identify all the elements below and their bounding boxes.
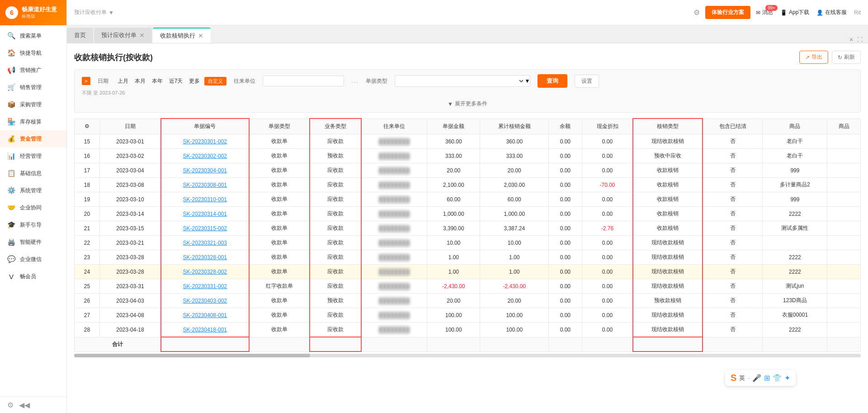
cell-verify-type: 收款核销 bbox=[633, 163, 702, 178]
cell-cash-discount: 0.00 bbox=[582, 294, 633, 308]
voucher-no-link[interactable]: SK-20230403-002 bbox=[183, 298, 227, 304]
voucher-no-link[interactable]: SK-20230315-002 bbox=[183, 225, 227, 232]
cell-include-settled: 否 bbox=[703, 178, 763, 192]
voucher-no-link[interactable]: SK-20230321-003 bbox=[183, 240, 227, 246]
sidebar-item-basic[interactable]: 📋 基础信息 bbox=[0, 165, 66, 182]
cell-goods: 测试多属性 bbox=[763, 221, 827, 236]
sidebar-item-business[interactable]: 📊 经营管理 bbox=[0, 147, 66, 165]
topbar-gear-icon[interactable]: ⚙ bbox=[693, 8, 700, 17]
voucher-no-link[interactable]: SK-20230328-002 bbox=[183, 269, 227, 275]
tab-receivable[interactable]: 预计应收付单 ✕ bbox=[94, 28, 152, 43]
filter-expand-button[interactable]: » bbox=[82, 77, 90, 85]
voucher-no-link[interactable]: SK-20230310-001 bbox=[183, 196, 227, 203]
sidebar-search-icon: 🔍 bbox=[7, 32, 15, 40]
tab-receivable-close-icon[interactable]: ✕ bbox=[139, 32, 145, 39]
cell-cash-discount: 0.00 bbox=[582, 323, 633, 337]
voucher-no-link[interactable]: SK-20230418-001 bbox=[183, 327, 227, 333]
cell-voucher-type: 收款单 bbox=[249, 149, 310, 163]
cell-biz-type: 应收款 bbox=[310, 265, 361, 279]
cell-partner: ████████ bbox=[361, 134, 427, 149]
voucher-no-link[interactable]: SK-20230304-001 bbox=[183, 167, 227, 174]
filter-date-custom[interactable]: 自定义 bbox=[204, 77, 226, 85]
cell-amount: 10.00 bbox=[427, 236, 480, 250]
voucher-no-link[interactable]: SK-20230302-002 bbox=[183, 153, 227, 159]
cell-no: 20 bbox=[75, 207, 100, 221]
filter-voucher-type-select[interactable] bbox=[395, 76, 524, 86]
voucher-no-link[interactable]: SK-20230331-002 bbox=[183, 283, 227, 290]
filter-date-label: 日期 bbox=[98, 77, 108, 85]
cell-goods2 bbox=[827, 308, 861, 323]
table-scrollbar-thumb[interactable] bbox=[74, 354, 310, 357]
filter-bar: » 日期 上月 本月 本年 近7天 更多 自定义 往来单位 ... 单据类型 bbox=[74, 69, 861, 113]
industry-solution-button[interactable]: 体验行业方案 bbox=[705, 6, 750, 19]
cell-goods: 老白干 bbox=[763, 134, 827, 149]
export-button[interactable]: ↗ 导出 bbox=[799, 51, 828, 64]
sidebar-item-member[interactable]: V 畅会员 bbox=[0, 268, 66, 285]
sidebar-item-sales[interactable]: 🛒 销售管理 bbox=[0, 79, 66, 96]
cell-amount: 20.00 bbox=[427, 294, 480, 308]
star-icon: ✦ bbox=[784, 374, 790, 382]
sidebar-item-marketing[interactable]: 📢 营销推广 bbox=[0, 62, 66, 79]
sidebar-item-search[interactable]: 🔍 搜索菜单 bbox=[0, 27, 66, 44]
sidebar-item-finance[interactable]: 💰 资金管理 bbox=[0, 130, 66, 147]
page-header: 收款核销执行(按收款) ↗ 导出 ↻ 刷新 bbox=[74, 51, 861, 64]
filter-partner-input[interactable] bbox=[263, 76, 344, 86]
refresh-button[interactable]: ↻ 刷新 bbox=[832, 51, 861, 64]
cell-voucher-type: 收款单 bbox=[249, 178, 310, 192]
query-button[interactable]: 查询 bbox=[538, 74, 567, 88]
sidebar-item-guide[interactable]: 🎓 新手引导 bbox=[0, 216, 66, 233]
filter-date-this-year[interactable]: 本年 bbox=[150, 76, 165, 86]
collapse-icon[interactable]: ◀◀ bbox=[19, 401, 30, 409]
th-settings[interactable]: ⚙ bbox=[75, 119, 100, 134]
voucher-no-link[interactable]: SK-20230314-001 bbox=[183, 211, 227, 217]
cell-verified-amount: 1.00 bbox=[480, 265, 549, 279]
table-scrollbar[interactable] bbox=[74, 354, 861, 357]
sidebar-item-quick-nav[interactable]: 🏠 快捷导航 bbox=[0, 44, 66, 62]
expand-more-button[interactable]: ▼ 展开更多条件 bbox=[448, 100, 487, 108]
sidebar-item-wechat[interactable]: 💬 企业微信 bbox=[0, 251, 66, 268]
messages-button[interactable]: ✉ 消息 99+ bbox=[756, 9, 773, 16]
cell-include-settled: 否 bbox=[703, 294, 763, 308]
online-service-button[interactable]: 👤 在线客服 bbox=[816, 9, 847, 16]
sidebar-item-enterprise[interactable]: 🤝 企业协同 bbox=[0, 199, 66, 216]
voucher-no-link[interactable]: SK-20230408-001 bbox=[183, 312, 227, 318]
logo-text: 畅康道好生意 bbox=[22, 6, 57, 14]
cell-include-settled: 否 bbox=[703, 308, 763, 323]
filter-settings-button[interactable]: 设置 bbox=[575, 75, 599, 88]
tab-fullscreen-icon[interactable]: ⛶ bbox=[857, 37, 863, 43]
filter-date-this-month[interactable]: 本月 bbox=[133, 76, 147, 86]
cell-amount: 2,100.00 bbox=[427, 178, 480, 192]
tab-close-all-icon[interactable]: ✕ bbox=[849, 37, 854, 43]
tab-collection[interactable]: 收款核销执行 ✕ bbox=[153, 28, 211, 43]
sidebar-item-inventory[interactable]: 🏪 库存核算 bbox=[0, 113, 66, 130]
cell-biz-type: 应收款 bbox=[310, 207, 361, 221]
voucher-no-link[interactable]: SK-20230328-001 bbox=[183, 254, 227, 261]
filter-date-last-month[interactable]: 上月 bbox=[116, 76, 130, 86]
cell-no: 22 bbox=[75, 236, 100, 250]
settings-icon[interactable]: ⚙ bbox=[7, 401, 14, 409]
cell-balance: 0.00 bbox=[549, 265, 582, 279]
sidebar-basic-label: 基础信息 bbox=[20, 170, 42, 177]
sidebar-item-hardware[interactable]: 🖨️ 智能硬件 bbox=[0, 233, 66, 251]
footer-verify-type bbox=[633, 337, 702, 351]
sidebar-item-purchase[interactable]: 📦 采购管理 bbox=[0, 96, 66, 113]
grid-icon: ⊞ bbox=[764, 374, 770, 382]
cell-biz-type: 应收款 bbox=[310, 236, 361, 250]
sidebar-item-system[interactable]: ⚙️ 系统管理 bbox=[0, 182, 66, 199]
tab-home[interactable]: 首页 bbox=[67, 28, 93, 43]
sidebar-wechat-icon: 💬 bbox=[7, 255, 15, 263]
message-icon: ✉ bbox=[756, 9, 760, 16]
cell-include-settled: 否 bbox=[703, 323, 763, 337]
voucher-no-link[interactable]: SK-20230308-001 bbox=[183, 182, 227, 188]
cell-goods2 bbox=[827, 294, 861, 308]
voucher-no-link[interactable]: SK-20230301-002 bbox=[183, 138, 227, 145]
page-header-actions: ↗ 导出 ↻ 刷新 bbox=[799, 51, 861, 64]
tab-collection-close-icon[interactable]: ✕ bbox=[198, 32, 203, 39]
filter-date-more[interactable]: 更多 bbox=[187, 76, 202, 86]
filter-partner-dots[interactable]: ... bbox=[351, 78, 359, 84]
sidebar-quick-nav-icon: 🏠 bbox=[7, 49, 15, 57]
footer-balance bbox=[549, 337, 582, 351]
filter-date-7days[interactable]: 近7天 bbox=[167, 76, 185, 86]
app-download-button[interactable]: 📱 App下载 bbox=[780, 9, 809, 16]
th-voucher-no: 单据编号 bbox=[161, 119, 249, 134]
